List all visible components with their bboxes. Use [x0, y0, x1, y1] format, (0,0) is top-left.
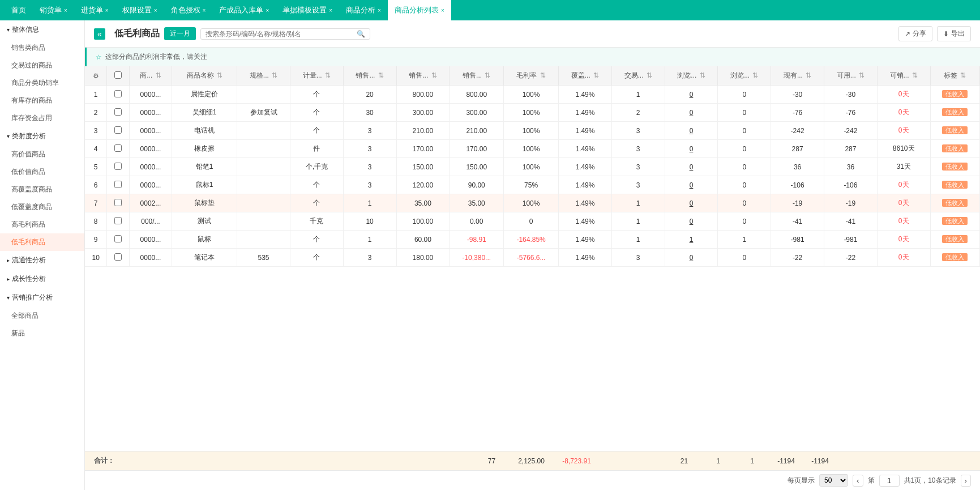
collapse-sidebar-button[interactable]: «: [94, 28, 105, 40]
row-checkbox[interactable]: [107, 122, 129, 140]
row-sales-profit: 150.00: [450, 158, 504, 176]
col-sales-amount[interactable]: 销售... ⇅: [396, 66, 450, 86]
search-input[interactable]: [206, 30, 357, 38]
nav-product-analysis[interactable]: 商品分析 ×: [339, 0, 388, 20]
sidebar-item-stock-capital[interactable]: 库存资金占用: [0, 109, 84, 127]
row-tag: 低收入: [930, 122, 979, 140]
nav-product-warehouse[interactable]: 产成品入库单 ×: [212, 0, 276, 20]
nav-close-template[interactable]: ×: [329, 7, 332, 14]
col-code[interactable]: 商... ⇅: [129, 66, 172, 86]
next-page-button[interactable]: ›: [961, 475, 971, 487]
row-views1[interactable]: 0: [665, 104, 718, 122]
row-checkbox[interactable]: [107, 158, 129, 176]
row-checkbox[interactable]: [107, 212, 129, 231]
per-page-select[interactable]: 50 100 200: [819, 474, 848, 487]
col-name[interactable]: 商品名称 ⇅: [172, 66, 237, 86]
row-views1[interactable]: 0: [665, 249, 718, 267]
col-checkbox[interactable]: [107, 66, 129, 86]
col-gross-margin[interactable]: 毛利率 ⇅: [504, 66, 559, 86]
col-tag[interactable]: 标签 ⇅: [930, 66, 979, 86]
select-all-checkbox[interactable]: [114, 71, 122, 79]
sidebar-item-all-products[interactable]: 全部商品: [0, 307, 84, 325]
filter-recent-month-button[interactable]: 近一月: [164, 27, 196, 40]
row-current-stock: -19: [771, 194, 824, 212]
row-checkbox[interactable]: [107, 86, 129, 104]
row-checkbox[interactable]: [107, 176, 129, 194]
row-coverage: 1.49%: [559, 104, 612, 122]
footer-sales-profit: -8,723.91: [554, 457, 600, 465]
nav-role-auth[interactable]: 角色授权 ×: [164, 0, 213, 20]
row-sales-amount: 210.00: [396, 122, 450, 140]
row-code: 0000...: [129, 122, 172, 140]
row-views1[interactable]: 0: [665, 86, 718, 104]
col-current-stock[interactable]: 现有... ⇅: [771, 66, 824, 86]
sidebar-item-new-products[interactable]: 新品: [0, 325, 84, 342]
export-button[interactable]: ⬇ 导出: [937, 26, 971, 41]
row-views1[interactable]: 0: [665, 176, 718, 194]
sidebar-item-high-coverage[interactable]: 高覆盖度商品: [0, 181, 84, 198]
row-current-stock: 287: [771, 140, 824, 158]
row-views1[interactable]: 0: [665, 140, 718, 158]
nav-close-analysis-list[interactable]: ×: [441, 7, 444, 14]
page-title: 低毛利商品: [114, 28, 160, 40]
col-sales-profit[interactable]: 销售... ⇅: [450, 66, 504, 86]
pagination-bar: 每页显示 50 100 200 ‹ 第 共1页，10条记录 ›: [85, 470, 980, 490]
sidebar-item-high-margin[interactable]: 高毛利商品: [0, 216, 84, 233]
sidebar-group-growth[interactable]: ▸ 成长性分析: [0, 270, 84, 288]
sidebar-item-low-margin[interactable]: 低毛利商品: [0, 233, 84, 251]
nav-close-warehouse[interactable]: ×: [266, 7, 269, 14]
col-unit[interactable]: 计量... ⇅: [290, 66, 343, 86]
row-sales-qty: 1: [343, 231, 396, 249]
row-views1[interactable]: 0: [665, 158, 718, 176]
row-views1[interactable]: 0: [665, 212, 718, 231]
nav-close-role[interactable]: ×: [203, 7, 206, 14]
sidebar-group-circulation[interactable]: ▸ 流通性分析: [0, 251, 84, 270]
row-checkbox[interactable]: [107, 104, 129, 122]
sidebar-item-sales-products[interactable]: 销售类商品: [0, 39, 84, 57]
share-button[interactable]: ↗ 分享: [898, 26, 932, 41]
row-coverage: 1.49%: [559, 231, 612, 249]
col-views1[interactable]: 浏览... ⇅: [665, 66, 718, 86]
row-checkbox[interactable]: [107, 194, 129, 212]
row-views1[interactable]: 0: [665, 122, 718, 140]
row-checkbox[interactable]: [107, 249, 129, 267]
col-sellable[interactable]: 可销... ⇅: [877, 66, 930, 86]
page-number-input[interactable]: [879, 475, 900, 487]
col-coverage[interactable]: 覆盖... ⇅: [559, 66, 612, 86]
nav-permission-settings[interactable]: 权限设置 ×: [115, 0, 164, 20]
sidebar-group-overall[interactable]: ▾ 整体信息: [0, 20, 84, 39]
row-sales-qty: 3: [343, 140, 396, 158]
col-transactions[interactable]: 交易... ⇅: [611, 66, 665, 86]
row-checkbox[interactable]: [107, 231, 129, 249]
search-icon[interactable]: 🔍: [357, 30, 365, 38]
col-views2[interactable]: 浏览... ⇅: [718, 66, 771, 86]
nav-close-permission[interactable]: ×: [154, 7, 157, 14]
row-available: -106: [824, 176, 878, 194]
content-area: « 低毛利商品 近一月 🔍 ↗ 分享 ⬇ 导出 ☆ 这部分商品的利润非常低，: [85, 20, 980, 490]
nav-sales-order[interactable]: 销货单 ×: [33, 0, 74, 20]
sidebar-group-marketing[interactable]: ▾ 营销推广分析: [0, 288, 84, 307]
row-spec: [237, 212, 290, 231]
row-checkbox[interactable]: [107, 140, 129, 158]
col-settings[interactable]: ⚙: [85, 66, 107, 86]
col-sales-qty[interactable]: 销售... ⇅: [343, 66, 396, 86]
nav-template-settings[interactable]: 单据模板设置 ×: [276, 0, 339, 20]
prev-page-button[interactable]: ‹: [853, 475, 863, 487]
nav-home[interactable]: 首页: [5, 0, 33, 20]
nav-close-analysis[interactable]: ×: [378, 7, 381, 14]
nav-close-purchase[interactable]: ×: [105, 7, 109, 14]
nav-close-sales[interactable]: ×: [64, 7, 67, 14]
nav-purchase-order[interactable]: 进货单 ×: [74, 0, 115, 20]
row-views1[interactable]: 0: [665, 194, 718, 212]
row-views1[interactable]: 1: [665, 231, 718, 249]
sidebar-item-traded-products[interactable]: 交易过的商品: [0, 57, 84, 74]
sidebar-item-low-value[interactable]: 低价值商品: [0, 163, 84, 181]
nav-product-analysis-list[interactable]: 商品分析列表 ×: [388, 0, 451, 20]
sidebar-item-stock-products[interactable]: 有库存的商品: [0, 92, 84, 109]
sidebar-item-high-value[interactable]: 高价值商品: [0, 146, 84, 163]
col-spec[interactable]: 规格... ⇅: [237, 66, 290, 86]
sidebar-item-low-coverage[interactable]: 低覆盖度商品: [0, 198, 84, 216]
col-available[interactable]: 可用... ⇅: [824, 66, 878, 86]
sidebar-group-radar[interactable]: ▾ 类射度分析: [0, 127, 84, 146]
sidebar-item-category-rate[interactable]: 商品分类助销率: [0, 74, 84, 92]
